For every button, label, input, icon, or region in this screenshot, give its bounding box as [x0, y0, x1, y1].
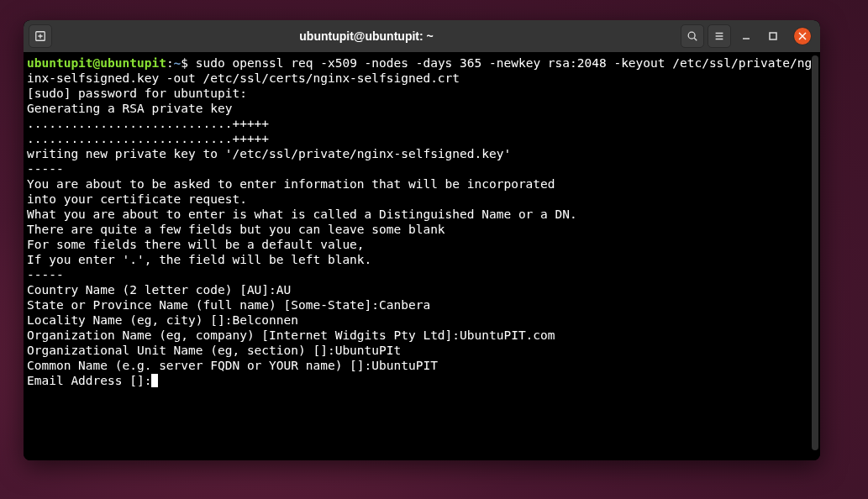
- maximize-icon: [768, 31, 778, 41]
- new-tab-icon: [34, 30, 46, 42]
- new-tab-button[interactable]: [29, 24, 52, 48]
- output-line: -----: [27, 162, 64, 176]
- output-line: writing new private key to '/etc/ssl/pri…: [27, 147, 511, 160]
- svg-point-3: [688, 32, 695, 39]
- maximize-button[interactable]: [761, 24, 785, 48]
- close-icon: [798, 32, 807, 40]
- output-line: There are quite a few fields but you can…: [27, 223, 445, 236]
- output-line: ............................+++++: [27, 132, 269, 145]
- scrollbar-thumb[interactable]: [812, 55, 818, 450]
- menu-button[interactable]: [708, 24, 731, 48]
- output-line: Common Name (e.g. server FQDN or YOUR na…: [27, 359, 438, 372]
- prompt-user-host: ubuntupit@ubuntupit: [27, 56, 166, 70]
- terminal-window: ubuntupit@ubuntupit: ~ ubuntupit@ubuntup…: [24, 20, 820, 460]
- prompt-dollar: $: [181, 56, 188, 70]
- output-line: For some fields there will be a default …: [27, 238, 365, 251]
- svg-rect-9: [770, 33, 776, 39]
- output-line: Generating a RSA private key: [27, 102, 232, 115]
- scrollbar[interactable]: [812, 55, 818, 450]
- minimize-button[interactable]: [734, 24, 758, 48]
- output-line: What you are about to enter is what is c…: [27, 207, 577, 221]
- output-line: Country Name (2 letter code) [AU]:AU: [27, 283, 291, 297]
- output-line: State or Province Name (full name) [Some…: [27, 298, 430, 312]
- output-line: If you enter '.', the field will be left…: [27, 253, 371, 266]
- search-button[interactable]: [681, 24, 704, 48]
- output-line: Organization Name (eg, company) [Interne…: [27, 328, 555, 342]
- output-line: You are about to be asked to enter infor…: [27, 177, 555, 191]
- hamburger-icon: [713, 30, 725, 42]
- output-line: Email Address []:: [27, 374, 151, 387]
- output-line: [sudo] password for ubuntupit:: [27, 87, 255, 100]
- search-icon: [687, 30, 698, 42]
- cursor: [151, 374, 158, 387]
- svg-line-4: [694, 38, 697, 40]
- terminal-body[interactable]: ubuntupit@ubuntupit:~$ sudo openssl req …: [24, 52, 820, 460]
- output-line: ............................+++++: [27, 117, 269, 130]
- window-title: ubuntupit@ubuntupit: ~: [52, 29, 681, 43]
- output-line: Locality Name (eg, city) []:Belconnen: [27, 313, 298, 327]
- command-text: [188, 56, 196, 70]
- minimize-icon: [741, 31, 751, 41]
- output-line: Organizational Unit Name (eg, section) […: [27, 344, 401, 357]
- prompt-colon: :: [166, 56, 174, 70]
- close-button[interactable]: [793, 27, 812, 45]
- titlebar: ubuntupit@ubuntupit: ~: [24, 20, 820, 52]
- output-line: -----: [27, 268, 64, 281]
- output-line: into your certificate request.: [27, 192, 247, 206]
